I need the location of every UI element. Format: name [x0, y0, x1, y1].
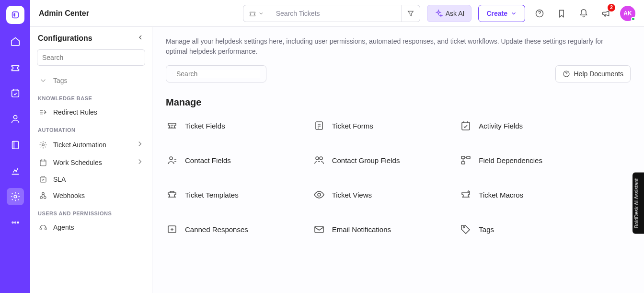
manage-card[interactable]: Ticket Fields	[166, 119, 303, 132]
svg-rect-1	[13, 13, 15, 16]
sidebar-item[interactable]: Work Schedules	[30, 153, 152, 171]
sidebar-item[interactable]: Ticket Automation	[30, 136, 152, 153]
svg-rect-2	[12, 90, 19, 97]
ticket-forms-icon	[313, 119, 325, 132]
help-doc-icon	[563, 70, 570, 78]
announcements-icon[interactable]: 2	[598, 6, 613, 21]
manage-card[interactable]: Ticket Templates	[166, 188, 303, 201]
manage-card-label: Ticket Forms	[332, 122, 373, 130]
automation-icon	[38, 141, 48, 149]
nav-tickets[interactable]	[7, 59, 24, 76]
views-icon	[313, 188, 325, 201]
webhook-icon	[38, 191, 48, 200]
page-description: Manage all your helpdesk settings here, …	[166, 36, 626, 57]
section-title-manage: Manage	[166, 97, 631, 108]
svg-point-22	[170, 157, 172, 160]
svg-rect-16	[40, 228, 41, 230]
content-search[interactable]	[166, 65, 266, 82]
sparkle-icon	[434, 9, 443, 18]
svg-point-28	[318, 193, 321, 196]
sla-icon	[38, 175, 48, 184]
manage-card-label: Activity Fields	[479, 122, 523, 130]
search-filter-button[interactable]	[402, 5, 420, 22]
sidebar-search[interactable]	[37, 49, 145, 66]
svg-point-3	[13, 116, 17, 119]
manage-card-label: Email Notifications	[332, 225, 391, 234]
macros-icon	[460, 188, 472, 201]
global-search-input[interactable]	[270, 5, 402, 22]
chevron-down-icon	[510, 10, 517, 17]
nav-calendar[interactable]	[7, 84, 24, 102]
sidebar-item[interactable]: Webhooks	[30, 188, 152, 204]
sidebar-item-label: Work Schedules	[53, 159, 102, 166]
manage-card[interactable]: Canned Responses	[166, 223, 303, 235]
manage-card-label: Contact Group Fields	[332, 156, 400, 164]
ask-ai-button[interactable]: Ask AI	[427, 5, 472, 22]
chevron-down-icon	[38, 76, 48, 85]
svg-rect-27	[461, 162, 465, 164]
redirect-icon	[38, 108, 48, 117]
sidebar-collapse-button[interactable]	[137, 34, 144, 43]
sidebar-item[interactable]: Agents	[30, 219, 152, 235]
global-search-group	[243, 5, 420, 22]
svg-rect-11	[40, 160, 46, 165]
svg-point-14	[44, 197, 46, 199]
manage-card-label: Canned Responses	[185, 225, 248, 234]
svg-rect-25	[461, 156, 465, 159]
svg-point-7	[14, 222, 16, 223]
topbar: Admin Center Ask AI Create	[30, 0, 644, 27]
contact-group-icon	[313, 154, 325, 166]
manage-card[interactable]: Activity Fields	[460, 119, 597, 132]
dependencies-icon	[460, 154, 472, 166]
manage-card[interactable]: Ticket Views	[313, 188, 450, 201]
email-icon	[313, 223, 325, 235]
content-search-input[interactable]	[176, 70, 260, 78]
user-avatar[interactable]: AK	[620, 6, 635, 21]
chevron-right-icon	[136, 157, 144, 167]
nav-rail	[0, 0, 30, 293]
ticket-fields-icon	[166, 119, 178, 132]
manage-card-label: Ticket Fields	[185, 122, 225, 130]
svg-rect-17	[45, 228, 46, 230]
svg-point-24	[320, 157, 322, 160]
nav-knowledge[interactable]	[7, 136, 24, 153]
nav-reports[interactable]	[7, 162, 24, 179]
help-documents-button[interactable]: Help Documents	[555, 65, 631, 82]
manage-card[interactable]: Contact Group Fields	[313, 154, 450, 166]
sidebar-group-label: USERS AND PERMISSIONS	[30, 204, 152, 219]
manage-card[interactable]: Field Dependencies	[460, 154, 597, 166]
sidebar-search-input[interactable]	[42, 54, 140, 61]
svg-point-10	[42, 143, 45, 146]
sidebar-item[interactable]: SLA	[30, 171, 152, 188]
sidebar-item-label: Agents	[53, 223, 74, 231]
help-icon[interactable]	[532, 6, 547, 21]
manage-card[interactable]: Ticket Macros	[460, 188, 597, 201]
ai-assistant-tab[interactable]: BoldDesk AI Assistant	[632, 173, 644, 234]
manage-card-label: Ticket Macros	[479, 191, 523, 199]
create-button[interactable]: Create	[478, 5, 525, 22]
bookmark-icon[interactable]	[554, 6, 569, 21]
svg-point-18	[172, 74, 172, 74]
search-scope-dropdown[interactable]	[243, 5, 270, 22]
sidebar-item-label: Webhooks	[53, 192, 85, 199]
manage-card[interactable]: Contact Fields	[166, 154, 303, 166]
nav-more[interactable]	[7, 214, 24, 231]
sidebar-item-tags-partial[interactable]: Tags	[30, 72, 152, 89]
templates-icon	[166, 188, 178, 201]
manage-card[interactable]: Ticket Forms	[313, 119, 450, 132]
manage-card[interactable]: Email Notifications	[313, 223, 450, 235]
nav-home[interactable]	[7, 33, 24, 50]
svg-point-8	[17, 222, 19, 223]
app-logo[interactable]	[6, 6, 24, 24]
search-icon	[172, 70, 172, 78]
manage-card-label: Tags	[479, 225, 494, 234]
page-title: Admin Center	[39, 9, 89, 18]
svg-rect-30	[315, 226, 323, 233]
schedule-icon	[38, 158, 48, 167]
nav-settings[interactable]	[7, 188, 24, 205]
manage-card[interactable]: Tags	[460, 223, 597, 235]
nav-contacts[interactable]	[7, 110, 24, 128]
notifications-icon[interactable]	[576, 6, 591, 21]
sidebar-item[interactable]: Redirect Rules	[30, 104, 152, 120]
presence-indicator	[631, 17, 635, 21]
